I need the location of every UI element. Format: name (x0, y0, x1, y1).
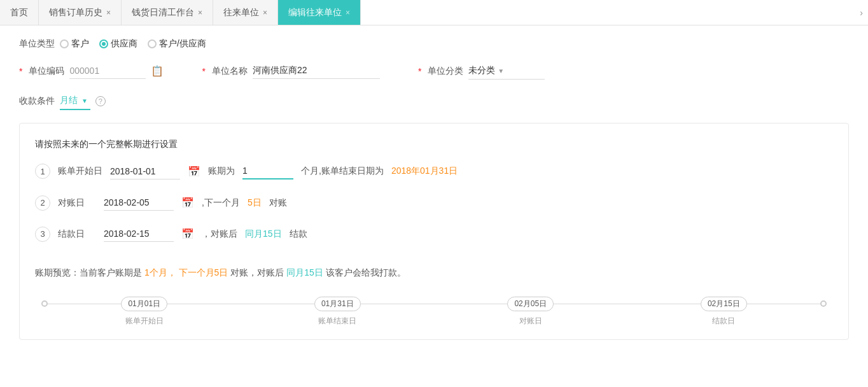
unit-code-label: 单位编码 (29, 66, 64, 77)
timeline-node-1: 01月01日 (48, 297, 241, 311)
preview-part2: 下一个月5日 (179, 267, 228, 278)
timeline-track: 01月01日 01月31日 02月05日 02月15日 (41, 294, 827, 313)
code-required-star: * (19, 66, 22, 76)
row-label-2: 对账日 (58, 197, 96, 209)
payment-help-icon[interactable]: ? (95, 96, 106, 106)
tab-bar: 首页 销售订单历史 × 钱货日清工作台 × 往来单位 × 编辑往来单位 × › (0, 0, 868, 25)
row-num-1: 1 (35, 164, 50, 179)
unit-category-label: 单位分类 (428, 66, 463, 77)
timeline-badge-4: 02月15日 (701, 297, 747, 311)
category-required-star: * (418, 66, 421, 76)
timeline-badge-3: 02月05日 (507, 297, 554, 311)
setting-row-1: 1 账单开始日 📅 账期为 个月,账单结束日期为 2018年01月31日 (35, 163, 833, 179)
timeline-start-dot (41, 300, 48, 307)
timeline-node-4: 02月15日 (627, 297, 821, 311)
tab-sales-history[interactable]: 销售订单历史 × (39, 0, 122, 25)
payment-date-cal-icon[interactable]: 📅 (181, 228, 194, 240)
unit-type-group: 单位类型 客户 供应商 客户/供应商 (19, 38, 206, 50)
unit-type-label: 单位类型 (19, 38, 55, 50)
close-cash-work[interactable]: × (198, 8, 202, 17)
payment-row: 收款条件 月结 ▼ ? (19, 92, 849, 110)
unit-type-row: 单位类型 客户 供应商 客户/供应商 (19, 38, 849, 50)
row2-desc1: ,下一个月 (202, 197, 240, 209)
preview-text: 账期预览：当前客户账期是 1个月， 下一个月5日 对账，对账后 同月15日 该客… (35, 267, 833, 279)
tab-cash-work[interactable]: 钱货日清工作台 × (122, 0, 213, 25)
row2-highlight: 5日 (248, 197, 262, 209)
payment-select[interactable]: 月结 ▼ (60, 92, 90, 110)
timeline-end-dot (820, 300, 827, 307)
timeline-labels: 账单开始日 账单结束日 对账日 结款日 (41, 313, 827, 327)
unit-name-group: * 单位名称 (202, 63, 379, 79)
tab-scroll-arrow[interactable]: › (855, 0, 868, 25)
preview-part3: 对账，对账后 (230, 267, 284, 278)
row-num-2: 2 (35, 195, 50, 211)
row-label-1: 账单开始日 (58, 165, 102, 177)
radio-supplier-circle (99, 39, 108, 48)
unit-code-icon[interactable]: 📋 (151, 65, 164, 77)
row3-highlight: 同月15日 (245, 229, 282, 240)
reconcile-date-cal-icon[interactable]: 📅 (181, 197, 194, 209)
tab-partner[interactable]: 往来单位 × (213, 0, 278, 25)
timeline-node-3: 02月05日 (434, 297, 627, 311)
unit-name-label: 单位名称 (212, 66, 248, 77)
row-num-3: 3 (35, 227, 50, 242)
timeline-container: 01月01日 01月31日 02月05日 02月15日 (35, 294, 833, 327)
unit-category-select[interactable]: 未分类 ▼ (468, 62, 545, 80)
close-sales-history[interactable]: × (106, 8, 111, 17)
unit-name-input[interactable] (253, 63, 380, 79)
radio-group: 客户 供应商 客户/供应商 (60, 38, 206, 50)
payment-value: 月结 (60, 95, 78, 106)
row1-prefix: 账期为 (208, 165, 235, 177)
timeline-node-2: 01月31日 (241, 297, 435, 311)
preview-part5: 该客户会给我打款。 (326, 267, 406, 278)
radio-supplier-label: 供应商 (111, 38, 137, 50)
row3-desc1: ，对账后 (202, 229, 237, 240)
setting-row-2: 2 对账日 📅 ,下一个月 5日 对账 (35, 195, 833, 211)
radio-supplier[interactable]: 供应商 (99, 38, 137, 50)
unit-category-group: * 单位分类 未分类 ▼ (418, 62, 545, 80)
row-label-3: 结款日 (58, 229, 96, 240)
setting-row-3: 3 结款日 📅 ，对账后 同月15日 结款 (35, 226, 833, 242)
row3-desc2: 结款 (290, 229, 307, 240)
row1-suffix: 个月,账单结束日期为 (301, 165, 384, 177)
end-date-highlight: 2018年01月31日 (391, 165, 458, 177)
radio-customer[interactable]: 客户 (60, 38, 89, 50)
timeline-label-4: 结款日 (627, 316, 821, 327)
payment-dropdown-icon: ▼ (81, 97, 88, 104)
row2-desc2: 对账 (269, 197, 287, 209)
card-title: 请按照未来的一个完整帐期进行设置 (35, 139, 833, 150)
card-section: 请按照未来的一个完整帐期进行设置 1 账单开始日 📅 账期为 个月,账单结束日期… (19, 123, 849, 340)
radio-both-label: 客户/供应商 (159, 38, 206, 50)
radio-customer-circle (60, 39, 69, 48)
unit-category-value: 未分类 (468, 65, 495, 76)
close-partner[interactable]: × (263, 8, 267, 17)
timeline-label-3: 对账日 (434, 316, 627, 327)
name-required-star: * (202, 66, 205, 76)
timeline-label-1: 账单开始日 (48, 316, 241, 327)
preview-section: 账期预览：当前客户账期是 1个月， 下一个月5日 对账，对账后 同月15日 该客… (35, 257, 833, 327)
close-edit-partner[interactable]: × (346, 8, 350, 17)
preview-part4: 同月15日 (286, 267, 323, 278)
payment-date-input[interactable] (104, 226, 174, 242)
code-name-row: * 单位编码 📋 * 单位名称 * 单位分类 未分类 ▼ (19, 62, 849, 80)
preview-part1: 1个月， (144, 267, 176, 278)
timeline-label-2: 账单结束日 (241, 316, 435, 327)
start-date-cal-icon[interactable]: 📅 (188, 165, 200, 178)
unit-code-input[interactable] (69, 63, 146, 79)
tab-edit-partner[interactable]: 编辑往来单位 × (278, 0, 361, 25)
payment-label: 收款条件 (19, 95, 55, 107)
radio-customer-label: 客户 (71, 38, 89, 50)
start-date-input[interactable] (110, 164, 180, 179)
timeline-badge-1: 01月01日 (121, 297, 167, 311)
main-content: 单位类型 客户 供应商 客户/供应商 * 单位编码 (0, 25, 868, 387)
tab-home[interactable]: 首页 (0, 0, 39, 25)
timeline-badge-2: 01月31日 (314, 297, 361, 311)
reconcile-date-input[interactable] (104, 195, 174, 211)
radio-both-circle (148, 39, 157, 48)
radio-both[interactable]: 客户/供应商 (148, 38, 206, 50)
months-input[interactable] (242, 163, 293, 179)
preview-label: 账期预览：当前客户账期是 (35, 267, 142, 278)
unit-code-group: * 单位编码 📋 (19, 63, 164, 79)
category-dropdown-icon: ▼ (498, 67, 504, 74)
